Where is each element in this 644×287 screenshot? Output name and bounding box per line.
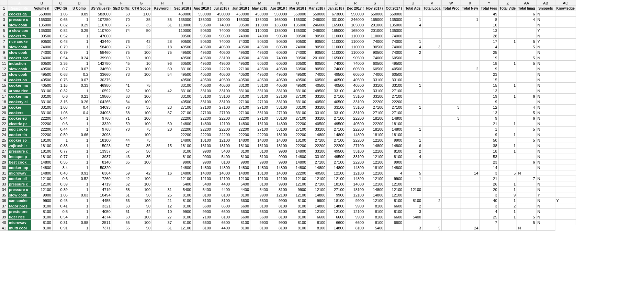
cell-18-16[interactable]: 40500 (327, 99, 346, 105)
cell-32-17[interactable]: 14800 (346, 176, 365, 181)
cell-34-0[interactable]: pressure c (8, 187, 31, 192)
cell-18-20[interactable] (404, 99, 422, 105)
cell-17-23[interactable] (461, 94, 479, 99)
cell-31-8[interactable]: 14800 (173, 170, 192, 176)
cell-7-24[interactable]: 17 (479, 39, 498, 44)
cell-4-15[interactable]: 246000 (307, 22, 327, 28)
cell-5-9[interactable]: 90500 (192, 28, 212, 33)
cell-19-6[interactable]: 35 (131, 105, 151, 110)
cell-29-0[interactable]: best cook (8, 159, 31, 165)
cell-26-24[interactable]: 38 (479, 143, 498, 148)
cell-17-6[interactable]: 100 (131, 94, 151, 99)
col-header-k[interactable]: K (212, 0, 231, 6)
cell-21-24[interactable]: 9 (479, 116, 498, 121)
cell-31-11[interactable]: 14800 (231, 170, 250, 176)
cell-6-17[interactable]: 110000 (346, 33, 365, 39)
cell-34-13[interactable]: 8100 (269, 187, 288, 192)
cell-18-25[interactable] (498, 99, 517, 105)
cell-22-14[interactable]: 22200 (288, 121, 307, 127)
cell-39-0[interactable]: tiger rice (8, 214, 31, 220)
cell-16-0[interactable]: aroma rice (8, 88, 31, 94)
cell-24-23[interactable] (461, 132, 479, 137)
cell-25-11[interactable]: 14800 (231, 137, 250, 143)
cell-23-17[interactable]: 22200 (346, 127, 365, 132)
cell-14-13[interactable]: 40500 (269, 77, 288, 83)
cell-12-11[interactable]: 27100 (231, 66, 250, 72)
cell-16-7[interactable]: 42 (152, 88, 173, 94)
cell-10-13[interactable]: 74000 (269, 55, 288, 61)
cell-39-2[interactable]: 0.54 (53, 214, 69, 220)
cell-27-10[interactable]: 5400 (212, 148, 231, 154)
cell-27-11[interactable]: 8100 (231, 148, 250, 154)
cell-35-2[interactable]: 1.06 (53, 192, 69, 198)
cell-3-21[interactable] (422, 17, 442, 22)
col-header-z[interactable]: Z (498, 0, 517, 6)
cell-18-12[interactable]: 27100 (250, 99, 269, 105)
cell-40-2[interactable]: 0.31 (53, 220, 69, 225)
cell-27-22[interactable] (442, 148, 461, 154)
cell-25-18[interactable]: 12100 (365, 137, 385, 143)
cell-24-8[interactable]: 22200 (173, 132, 192, 137)
cell-14-5[interactable] (112, 77, 131, 83)
cell-11-26[interactable]: 5 (517, 61, 536, 66)
cell-6-8[interactable]: 90500 (173, 33, 192, 39)
cell-34-24[interactable]: 20 (479, 187, 498, 192)
cell-28-14[interactable]: 14800 (288, 154, 307, 159)
cell-40-19[interactable]: 6600 (385, 220, 404, 225)
cell-26-8[interactable]: 18100 (173, 143, 192, 148)
col-header-b[interactable]: B (31, 0, 53, 6)
cell-31-18[interactable]: 12100 (365, 170, 385, 176)
cell-35-9[interactable]: 8100 (192, 192, 212, 198)
cell-21-1[interactable]: 22200 (31, 116, 53, 121)
cell-17-17[interactable]: 33100 (346, 94, 365, 99)
cell-13-13[interactable]: 49500 (269, 72, 288, 77)
cell-5-16[interactable]: 165000 (327, 28, 346, 33)
cell-6-15[interactable]: 90500 (307, 33, 327, 39)
cell-40-16[interactable]: 6600 (327, 220, 346, 225)
cell-25-7[interactable] (152, 137, 173, 143)
cell-32-2[interactable]: 0.6 (53, 176, 69, 181)
cell-36-10[interactable]: 8100 (212, 198, 231, 203)
cell-31-16[interactable]: 12100 (327, 170, 346, 176)
cell-21-14[interactable]: 27100 (288, 116, 307, 121)
cell-11-17[interactable]: 74000 (346, 61, 365, 66)
cell-28-24[interactable]: 53 (479, 154, 498, 159)
cell-15-5[interactable]: 41 (112, 83, 131, 88)
cell-38-0[interactable]: presto pre (8, 209, 31, 214)
cell-16-15[interactable]: 49500 (307, 88, 327, 94)
cell-16-27[interactable]: N (536, 88, 555, 94)
cell-35-20[interactable] (404, 192, 422, 198)
cell-30-12[interactable]: 14800 (250, 165, 269, 170)
cell-26-17[interactable]: 27100 (346, 143, 365, 148)
cell-12-25[interactable] (498, 66, 517, 72)
cell-25-16[interactable]: 27100 (327, 137, 346, 143)
cell-25-25[interactable] (498, 137, 517, 143)
cell-40-23[interactable] (461, 220, 479, 225)
cell-19-16[interactable]: 33100 (327, 105, 346, 110)
cell-28-2[interactable]: 0.77 (53, 154, 69, 159)
cell-21-18[interactable]: 18100 (365, 116, 385, 121)
cell-17-21[interactable] (422, 94, 442, 99)
cell-17-2[interactable]: 0.6 (53, 94, 69, 99)
cell-22-22[interactable] (442, 121, 461, 127)
cell-8-7[interactable]: 18 (152, 44, 173, 50)
cell-22-19[interactable]: 18100 (385, 121, 404, 127)
cell-40-14[interactable]: 8100 (288, 220, 307, 225)
cell-12-2[interactable]: 0.7 (53, 66, 69, 72)
cell-4-24[interactable]: 10 (479, 22, 498, 28)
cell-36-5[interactable]: 66 (112, 198, 131, 203)
cell-2-14[interactable]: 550000 (288, 11, 307, 17)
cell-37-5[interactable]: 63 (112, 203, 131, 209)
cell-4-19[interactable]: 135000 (385, 22, 404, 28)
cell-27-4[interactable]: 13937 (90, 148, 112, 154)
cell-10-27[interactable]: N (536, 55, 555, 61)
cell-39-27[interactable]: N (536, 214, 555, 220)
cell-17-3[interactable]: 0.21 (69, 94, 90, 99)
cell-13-5[interactable]: 73 (112, 72, 131, 77)
cell-9-12[interactable]: 49500 (250, 50, 269, 55)
cell-31-15[interactable]: 40500 (307, 170, 327, 176)
cell-11-20[interactable] (404, 61, 422, 66)
cell-5-28[interactable] (555, 28, 576, 33)
cell-23-27[interactable]: N (536, 127, 555, 132)
cell-22-17[interactable]: 40500 (346, 121, 365, 127)
